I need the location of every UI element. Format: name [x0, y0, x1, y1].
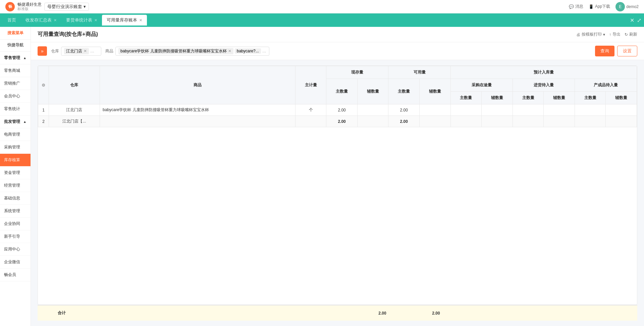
warehouse-filter: 仓库 江北门店 ✕ … — [51, 47, 101, 56]
table-row: 1 江北门店 babycare学饮杯 儿童防摔防撞吸管杯重力球吸嘴杯宝宝水杯 个… — [38, 104, 637, 116]
current-sub-header: 辅数量 — [357, 79, 388, 104]
message-btn[interactable]: 💬 消息 — [569, 4, 583, 9]
arrow-icon: ▲ — [23, 56, 26, 60]
table-body: 1 江北门店 babycare学饮杯 儿童防摔防撞吸管杯重力球吸嘴杯宝宝水杯 个… — [38, 104, 637, 127]
sidebar-item-operations[interactable]: 经营管理 — [0, 179, 31, 192]
user-profile[interactable]: E demo2 — [615, 2, 639, 11]
sidebar-item-wholesale[interactable]: 批发管理 ▲ — [0, 115, 31, 128]
tab-receive-close[interactable]: ✕ — [54, 18, 57, 22]
row1-pp-main — [575, 104, 606, 116]
tab-inventory[interactable]: 可用量库存账本 ✕ — [102, 15, 147, 26]
row2-warehouse: 江北门店【... — [49, 116, 100, 127]
sidebar-item-enterprise[interactable]: 企业协同 — [0, 218, 31, 230]
avail-main-header: 主数量 — [388, 79, 420, 104]
warehouse-input[interactable]: 江北门店 ✕ … — [61, 47, 101, 56]
sidebar-item-retail-stats[interactable]: 零售统计 — [0, 103, 31, 115]
sidebar-item-basic-info[interactable]: 基础信息 — [0, 192, 31, 205]
top-bar-left: 畅 畅捷通好生意 标准版 母婴行业演示账套 ▾ — [5, 2, 89, 11]
ip-main-header: 主数量 — [513, 92, 544, 104]
row1-unit: 个 — [295, 104, 326, 116]
page-header: 可用量查询(按仓库+商品) 🖨 按模板打印 ▾ ↑ 导出 ↻ 刷新 — [31, 27, 644, 42]
sidebar-item-marketing[interactable]: 营销推广 — [0, 77, 31, 90]
row2-avail-sub — [420, 116, 451, 127]
row2-ip-sub — [544, 116, 575, 127]
row1-avail-main: 2.00 — [388, 104, 420, 116]
planned-in-header: 预计入库量 — [450, 66, 637, 79]
product-input[interactable]: babycare学饮杯 儿童防摔防撞吸管杯重力球吸嘴杯宝宝水杯 ✕ babyca… — [115, 47, 269, 56]
top-bar-right: 💬 消息 📱 App下载 E demo2 — [569, 2, 639, 11]
row2-unit — [295, 116, 326, 127]
tab-receive[interactable]: 收发存汇总表 ✕ — [21, 15, 61, 26]
sidebar-item-system[interactable]: 系统管理 — [0, 205, 31, 218]
setting-button[interactable]: 设置 — [617, 46, 637, 56]
footer-label: 合计 — [48, 308, 75, 318]
filter-expand-btn[interactable]: » — [38, 46, 47, 56]
product-remove[interactable]: ✕ — [228, 49, 231, 53]
page-actions: 🖨 按模板打印 ▾ ↑ 导出 ↻ 刷新 — [576, 32, 637, 37]
sidebar-item-retail-mgmt[interactable]: 零售管理 ▲ — [0, 52, 31, 64]
sidebar: 搜索菜单 快捷导航 零售管理 ▲ 零售商城 营销推广 会员中心 零售统计 批发管… — [0, 27, 31, 326]
download-btn[interactable]: 📱 App下载 — [589, 4, 610, 9]
product-tag2: babycare?... — [235, 48, 261, 54]
current-main-header: 主数量 — [326, 79, 358, 104]
close-window-btn[interactable]: ✕ — [630, 17, 634, 24]
tab-inventory-close[interactable]: ✕ — [139, 18, 142, 22]
table-header-row-1: ⚙ 仓库 商品 主计量 现存量 可用量 预计入库量 — [38, 66, 637, 79]
refresh-btn[interactable]: ↻ 刷新 — [625, 32, 637, 37]
sidebar-item-member2[interactable]: 畅会员 — [0, 269, 31, 281]
warehouse-more[interactable]: … — [90, 49, 94, 53]
export-btn[interactable]: ↑ 导出 — [609, 32, 621, 37]
industry-selector[interactable]: 母婴行业演示账套 ▾ — [44, 3, 89, 11]
row2-ip-main — [513, 116, 544, 127]
sidebar-item-wechat[interactable]: 企业微信 — [0, 256, 31, 269]
tab-home[interactable]: 首页 — [3, 15, 21, 26]
tab-order[interactable]: 要货单统计表 ✕ — [61, 15, 102, 26]
row1-current-main: 2.00 — [326, 104, 358, 116]
production-header: 产成品待入量 — [575, 79, 637, 92]
table-footer: 合计 2.00 2.00 — [38, 305, 637, 321]
arrow-icon-2: ▲ — [23, 120, 26, 124]
row2-pt-main — [450, 116, 482, 127]
filter-actions: 查询 设置 — [595, 46, 637, 56]
purchase-transit-header: 采购在途量 — [450, 79, 513, 92]
app-title: 畅捷通好生意 — [17, 2, 42, 7]
sidebar-section: 零售管理 ▲ 零售商城 营销推广 会员中心 零售统计 批发管理 ▲ 电商管理 — [0, 52, 31, 281]
footer-avail-main: 2.00 — [423, 308, 449, 318]
row1-product: babycare学饮杯 儿童防摔防撞吸管杯重力球吸嘴杯宝宝水杯 — [100, 104, 295, 116]
ip-sub-header: 辅数量 — [544, 92, 575, 104]
pp-sub-header: 辅数量 — [606, 92, 637, 104]
footer-row: 合计 2.00 2.00 — [38, 308, 637, 318]
sidebar-quick-nav[interactable]: 快捷导航 — [0, 40, 31, 52]
warehouse-col-header: 仓库 — [49, 66, 100, 104]
sidebar-item-purchase[interactable]: 采购管理 — [0, 141, 31, 154]
row1-avail-sub — [420, 104, 451, 116]
row2-pt-sub — [482, 116, 513, 127]
warehouse-remove[interactable]: ✕ — [84, 49, 87, 53]
footer-current-main: 2.00 — [369, 308, 396, 318]
sidebar-item-finance[interactable]: 资金管理 — [0, 167, 31, 179]
content-area: 可用量查询(按仓库+商品) 🖨 按模板打印 ▾ ↑ 导出 ↻ 刷新 — [31, 27, 644, 326]
unit-col-header: 主计量 — [295, 66, 326, 104]
row2-current-sub — [357, 116, 388, 127]
query-button[interactable]: 查询 — [595, 46, 614, 56]
product-more[interactable]: … — [262, 49, 266, 53]
sidebar-search[interactable]: 搜索菜单 — [0, 27, 31, 40]
sidebar-item-ecommerce[interactable]: 电商管理 — [0, 128, 31, 141]
available-header: 可用量 — [388, 66, 450, 79]
sidebar-item-guide[interactable]: 新手引导 — [0, 230, 31, 243]
avail-sub-header: 辅数量 — [420, 79, 451, 104]
pt-main-header: 主数量 — [450, 92, 482, 104]
row1-pt-sub — [482, 104, 513, 116]
maximize-btn[interactable]: ⤢ — [637, 17, 641, 24]
tab-order-close[interactable]: ✕ — [94, 18, 97, 22]
print-btn[interactable]: 🖨 按模板打印 ▾ — [576, 32, 605, 37]
pp-main-header: 主数量 — [575, 92, 606, 104]
sidebar-item-app-center[interactable]: 应用中心 — [0, 243, 31, 256]
sidebar-item-member[interactable]: 会员中心 — [0, 90, 31, 103]
sidebar-item-retail-mall[interactable]: 零售商城 — [0, 64, 31, 77]
settings-col[interactable]: ⚙ — [38, 66, 49, 104]
row2-current-main: 2.00 — [326, 116, 358, 127]
warehouse-tag: 江北门店 ✕ — [64, 48, 89, 54]
warehouse-label: 仓库 — [51, 48, 59, 54]
sidebar-item-inventory[interactable]: 库存核算 — [0, 154, 31, 167]
